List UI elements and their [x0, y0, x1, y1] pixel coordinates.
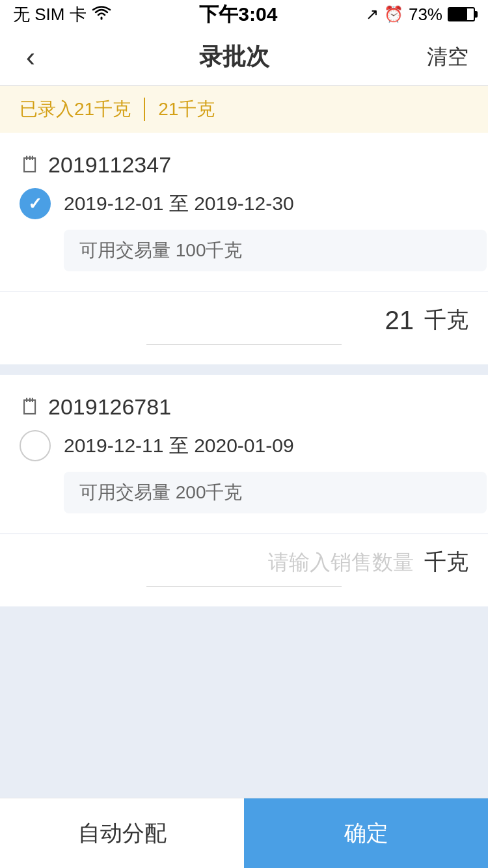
batch1-amount-line: 21 千克	[20, 299, 468, 342]
battery-percent: 73%	[409, 5, 442, 25]
batch2-underline	[20, 584, 468, 593]
battery-icon	[448, 7, 475, 21]
check-icon: ✓	[28, 194, 42, 214]
batch2-unit: 千克	[424, 547, 468, 577]
alarm-icon: ⏰	[384, 5, 403, 23]
batch1-available: 可用交易量 100千克	[64, 230, 487, 271]
back-button[interactable]: ‹	[20, 35, 42, 79]
batch2-available: 可用交易量 200千克	[64, 472, 487, 513]
wifi-icon	[92, 5, 111, 25]
auto-distribute-button[interactable]: 自动分配	[0, 798, 244, 868]
batch2-input-line: 千克	[20, 541, 468, 584]
batch1-amount-value: 21	[385, 306, 414, 335]
page-title: 录批次	[199, 41, 269, 73]
batch1-icon: 🗒	[20, 152, 42, 178]
bottom-bar: 自动分配 确定	[0, 798, 488, 868]
batch1-amount-unit: 千克	[424, 305, 468, 335]
info-banner: 已录入21千克 21千克	[0, 86, 488, 133]
batch1-id: 2019112347	[48, 152, 171, 178]
batch2-header: 🗒 2019126781	[20, 394, 468, 420]
status-left: 无 SIM 卡	[13, 3, 111, 26]
recorded-label: 已录入21千克	[20, 97, 131, 122]
batch1-date-row: ✓ 2019-12-01 至 2019-12-30	[20, 188, 468, 219]
batch1-card: 🗒 2019112347 ✓ 2019-12-01 至 2019-12-30 可…	[0, 133, 488, 291]
qty-input[interactable]	[153, 550, 414, 575]
batch2-id: 2019126781	[48, 394, 171, 420]
batch1-radio[interactable]: ✓	[20, 188, 51, 219]
batch2-date-row: 2019-12-11 至 2020-01-09	[20, 430, 468, 461]
batch2-date-range: 2019-12-11 至 2020-01-09	[64, 433, 294, 459]
time-display: 下午3:04	[199, 1, 277, 28]
location-icon: ↗	[366, 5, 379, 23]
batch2-icon: 🗒	[20, 394, 42, 420]
nav-bar: ‹ 录批次 清空	[0, 29, 488, 86]
batch2-card: 🗒 2019126781 2019-12-11 至 2020-01-09 可用交…	[0, 375, 488, 533]
batch2-radio[interactable]	[20, 430, 51, 461]
batch1-amount-section: 21 千克	[0, 292, 488, 364]
confirm-button[interactable]: 确定	[244, 798, 488, 868]
batch1-underline	[20, 342, 468, 351]
section-separator	[0, 364, 488, 375]
clear-button[interactable]: 清空	[427, 43, 468, 72]
status-bar: 无 SIM 卡 下午3:04 ↗ ⏰ 73%	[0, 0, 488, 29]
carrier-text: 无 SIM 卡	[13, 3, 87, 26]
recorded-value: 21千克	[158, 97, 215, 122]
batch2-input-section: 千克	[0, 534, 488, 606]
batch1-header: 🗒 2019112347	[20, 152, 468, 178]
status-right: ↗ ⏰ 73%	[366, 5, 475, 25]
batch1-date-range: 2019-12-01 至 2019-12-30	[64, 191, 294, 217]
main-content: 已录入21千克 21千克 🗒 2019112347 ✓ 2019-12-01 至…	[0, 86, 488, 868]
banner-divider	[144, 98, 145, 121]
